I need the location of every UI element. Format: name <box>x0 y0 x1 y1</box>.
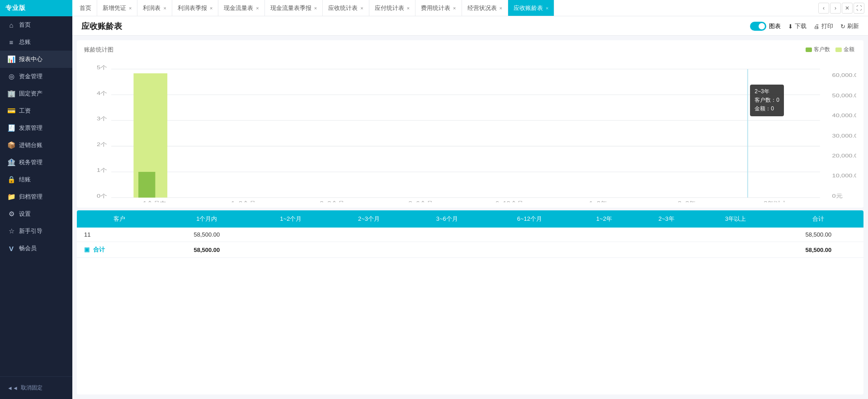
sidebar-item-label: 工资 <box>19 107 31 115</box>
svg-text:1个: 1个 <box>97 167 107 173</box>
tab-next-button[interactable]: › <box>830 3 841 14</box>
tabbar: 首页 新增凭证 × 利润表 × 利润表季报 × 现金流量表 × 现金流量表季报 … <box>72 0 868 16</box>
total-y12 <box>573 242 636 258</box>
sidebar-item-label: 结账 <box>19 176 31 184</box>
tab-aging-close[interactable]: × <box>546 5 548 11</box>
tab-cashflow[interactable]: 现金流量表 × <box>218 0 264 16</box>
tab-cashflow-quarter[interactable]: 现金流量表季报 × <box>265 0 323 16</box>
col-header-m1: 1个月内 <box>162 210 252 228</box>
tab-expense-stat-close[interactable]: × <box>453 5 456 11</box>
tab-business-stat[interactable]: 经营状况表 × <box>462 0 508 16</box>
tab-payable-stat[interactable]: 应付统计表 × <box>369 0 415 16</box>
collapse-icon: ◄◄ <box>7 385 18 391</box>
tab-expense-stat[interactable]: 费用统计表 × <box>415 0 462 16</box>
svg-text:2~3个月: 2~3个月 <box>320 200 344 202</box>
download-button[interactable]: ⬇ 下载 <box>788 22 807 30</box>
print-icon: 🖨 <box>814 23 820 30</box>
sidebar-item-home[interactable]: ⌂ 首页 <box>0 16 72 33</box>
toggle-label: 图表 <box>769 22 781 30</box>
tab-maximize-button[interactable]: ⛶ <box>854 3 864 14</box>
total-icon: ▣ <box>84 246 90 253</box>
tab-cashflow-quarter-close[interactable]: × <box>314 5 317 11</box>
page-header: 应收账龄表 图表 ⬇ 下载 🖨 打印 ↻ 刷新 <box>72 16 868 36</box>
refresh-button[interactable]: ↻ 刷新 <box>840 22 859 30</box>
tab-voucher-close[interactable]: × <box>129 5 132 11</box>
svg-text:3~6个月: 3~6个月 <box>409 200 433 202</box>
chart-wrapper: 0个 1个 2个 3个 4个 5个 0元 10,000.00元 20,000.0… <box>84 57 856 202</box>
tab-profit-quarter-close[interactable]: × <box>210 5 212 11</box>
tab-receivable-stat-close[interactable]: × <box>360 5 363 11</box>
sidebar-item-salary[interactable]: 💳 工资 <box>0 102 72 119</box>
sidebar-item-vip[interactable]: V 畅会员 <box>0 240 72 257</box>
total-y3 <box>698 242 774 258</box>
invoice-icon: 🧾 <box>7 124 15 132</box>
sidebar-item-close[interactable]: 🔒 结账 <box>0 171 72 188</box>
total-m36 <box>408 242 486 258</box>
svg-text:0个: 0个 <box>97 193 107 199</box>
tab-business-stat-close[interactable]: × <box>500 5 502 11</box>
tab-home-label: 首页 <box>80 4 91 12</box>
cell-m36 <box>408 228 486 242</box>
tab-cashflow-close[interactable]: × <box>256 5 259 11</box>
chart-toggle[interactable]: 图表 <box>750 22 781 31</box>
tab-home[interactable]: 首页 <box>74 0 97 16</box>
sidebar-item-label: 税务管理 <box>19 158 42 166</box>
tab-profit-quarter[interactable]: 利润表季报 × <box>172 0 218 16</box>
refresh-icon: ↻ <box>840 23 845 30</box>
sidebar-item-invoice[interactable]: 🧾 发票管理 <box>0 119 72 137</box>
total-label: ▣ 合计 <box>77 242 162 258</box>
fixed-icon: 🏢 <box>7 90 15 98</box>
total-m612 <box>486 242 573 258</box>
tab-voucher[interactable]: 新增凭证 × <box>97 0 137 16</box>
cell-total: 58,500.00 <box>774 228 863 242</box>
sidebar-item-label: 进销台账 <box>19 141 42 149</box>
col-header-y3: 3年以上 <box>698 210 774 228</box>
tab-close-all-button[interactable]: ✕ <box>842 3 853 14</box>
refresh-label: 刷新 <box>847 22 859 30</box>
toggle-track[interactable] <box>750 22 766 31</box>
sidebar-item-guide[interactable]: ☆ 新手引导 <box>0 223 72 240</box>
sidebar-item-report[interactable]: 📊 报表中心 <box>0 51 72 68</box>
sidebar-item-ledger[interactable]: ≡ 总账 <box>0 33 72 51</box>
report-icon: 📊 <box>7 55 15 63</box>
collapse-sidebar-button[interactable]: ◄◄ 取消固定 <box>0 380 72 395</box>
cell-customer: 11 <box>77 228 162 242</box>
table-row: 11 58,500.00 58,500.00 <box>77 228 863 242</box>
cell-m12 <box>252 228 330 242</box>
legend-customers-color <box>806 48 812 52</box>
col-header-y12: 1~2年 <box>573 210 636 228</box>
cell-m1: 58,500.00 <box>162 228 252 242</box>
svg-text:6~12个月: 6~12个月 <box>495 200 524 202</box>
svg-text:10,000.00元: 10,000.00元 <box>832 173 856 179</box>
col-header-customer: 客户 <box>77 210 162 228</box>
tab-profit-label: 利润表 <box>143 4 160 12</box>
sidebar-item-sales[interactable]: 📦 进销台账 <box>0 137 72 154</box>
tab-profit[interactable]: 利润表 × <box>137 0 172 16</box>
svg-text:1个月内: 1个月内 <box>143 200 166 202</box>
sidebar-item-tax[interactable]: 🏦 税务管理 <box>0 154 72 171</box>
close-accounts-icon: 🔒 <box>7 176 15 184</box>
sidebar-item-archive[interactable]: 📁 归档管理 <box>0 188 72 205</box>
sidebar-item-capital[interactable]: ◎ 资金管理 <box>0 68 72 85</box>
total-m1: 58,500.00 <box>162 242 252 258</box>
sidebar-item-fixed[interactable]: 🏢 固定资产 <box>0 85 72 102</box>
page-title: 应收账龄表 <box>81 21 122 32</box>
col-header-m12: 1~2个月 <box>252 210 330 228</box>
svg-text:4个: 4个 <box>97 90 107 96</box>
guide-icon: ☆ <box>7 227 15 235</box>
tab-receivable-stat-label: 应收统计表 <box>328 4 358 12</box>
tab-prev-button[interactable]: ‹ <box>818 3 829 14</box>
tab-business-stat-label: 经营状况表 <box>467 4 497 12</box>
tab-receivable-stat[interactable]: 应收统计表 × <box>323 0 369 16</box>
tab-payable-stat-close[interactable]: × <box>407 5 410 11</box>
print-button[interactable]: 🖨 打印 <box>814 22 833 30</box>
tab-aging[interactable]: 应收账龄表 × <box>508 0 554 16</box>
col-header-total: 合计 <box>774 210 863 228</box>
sidebar-item-label: 首页 <box>19 21 31 29</box>
svg-text:3个: 3个 <box>97 116 107 122</box>
home-icon: ⌂ <box>7 21 15 29</box>
sidebar-item-label: 畅会员 <box>19 244 37 252</box>
sidebar-item-settings[interactable]: ⚙ 设置 <box>0 205 72 223</box>
tab-profit-close[interactable]: × <box>163 5 166 11</box>
capital-icon: ◎ <box>7 72 15 81</box>
